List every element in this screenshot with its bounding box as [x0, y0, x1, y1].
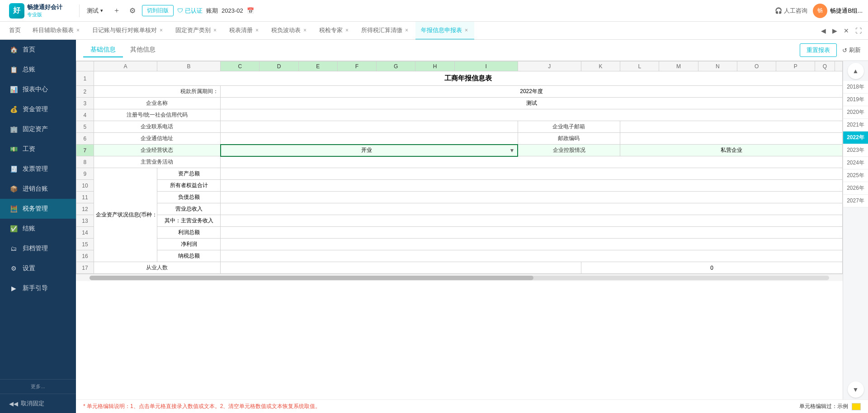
cell-4-label[interactable]: 注册号/统一社会信用代码	[94, 109, 220, 121]
dropdown-arrow-icon[interactable]: ▼	[509, 147, 514, 154]
year-item-2019[interactable]: 2019年	[843, 94, 868, 106]
sheet-main[interactable]: A B C D E F G H I J K L	[76, 61, 843, 399]
col-header-P[interactable]: P	[776, 61, 815, 71]
scrollbar-track[interactable]	[90, 276, 829, 280]
tab-close-current-button[interactable]: ✕	[841, 25, 852, 36]
cell-17-label[interactable]: 从业人数	[94, 262, 220, 274]
cell-9-value[interactable]	[221, 168, 843, 180]
tab-annual-report-close[interactable]: ×	[464, 27, 469, 33]
year-item-2025[interactable]: 2025年	[843, 169, 868, 182]
tab-next-button[interactable]: ▶	[830, 25, 840, 36]
tab-prev-button[interactable]: ◀	[818, 25, 829, 36]
cell-12-value[interactable]	[221, 203, 843, 215]
cell-16-value[interactable]	[221, 250, 843, 262]
cell-17-left-value[interactable]	[221, 262, 581, 274]
sidebar-item-ledger[interactable]: 📋 总账	[0, 60, 76, 80]
tab-tax-fluctuation-close[interactable]: ×	[302, 27, 307, 33]
cell-7-label[interactable]: 企业经营状态	[94, 145, 220, 156]
col-header-L[interactable]: L	[620, 61, 659, 71]
col-header-A[interactable]: A	[94, 61, 157, 71]
logo-area[interactable]: 好 畅捷通好会计 专业版	[5, 3, 75, 19]
cell-7-extra-value[interactable]: 私营企业	[620, 145, 843, 156]
user-area[interactable]: 畅 畅捷通B组...	[813, 4, 863, 18]
tab-annual-report[interactable]: 年报信息申报表 ×	[415, 22, 474, 40]
col-header-F[interactable]: F	[337, 61, 376, 71]
cell-16-label[interactable]: 纳税总额	[157, 250, 220, 262]
sidebar-item-payroll[interactable]: 💵 工资	[0, 139, 76, 159]
tab-tax-audit-close[interactable]: ×	[344, 27, 349, 33]
year-item-2027[interactable]: 2027年	[843, 195, 868, 207]
col-header-Q[interactable]: Q	[815, 61, 835, 71]
cell-13-value[interactable]	[221, 215, 843, 227]
col-header-J[interactable]: J	[518, 61, 581, 71]
year-item-2026[interactable]: 2026年	[843, 182, 868, 195]
year-down-button[interactable]: ▼	[848, 381, 864, 398]
workspace-selector[interactable]: 测试 ▾	[83, 5, 107, 17]
col-header-O[interactable]: O	[737, 61, 776, 71]
sidebar-item-funds[interactable]: 💰 资金管理	[0, 99, 76, 119]
tab-home[interactable]: 首页	[4, 22, 26, 40]
sidebar-item-guide[interactable]: ▶ 新手引导	[0, 278, 76, 298]
horizontal-scrollbar[interactable]	[76, 274, 843, 281]
cell-14-value[interactable]	[221, 227, 843, 239]
cancel-fixed-button[interactable]: ◀◀ 取消固定	[0, 394, 76, 413]
tab-tax-fluctuation[interactable]: 税负波动表 ×	[266, 22, 313, 40]
cell-2-value[interactable]: 2022年度	[221, 86, 843, 98]
col-header-H[interactable]: H	[415, 61, 454, 71]
tab-fixed-assets[interactable]: 固定资产类别 ×	[170, 22, 223, 40]
reset-report-button[interactable]: 重置报表	[800, 43, 837, 57]
sidebar-item-purchase-sales[interactable]: 📦 进销台账	[0, 179, 76, 199]
tab-auxiliary[interactable]: 科目辅助余额表 ×	[27, 22, 86, 40]
tab-auxiliary-close[interactable]: ×	[75, 27, 80, 33]
year-item-2020[interactable]: 2020年	[843, 106, 868, 119]
cell-9-label[interactable]: 资产总额	[157, 168, 220, 180]
col-header-E[interactable]: E	[298, 61, 337, 71]
cell-2-label[interactable]: 税款所属期间：	[94, 86, 220, 98]
col-header-C[interactable]: C	[221, 61, 259, 71]
tab-income-tax[interactable]: 所得税汇算清缴 ×	[356, 22, 415, 40]
year-up-button[interactable]: ▲	[848, 63, 864, 79]
cell-8-value[interactable]	[221, 156, 843, 168]
tab-income-tax-close[interactable]: ×	[404, 27, 409, 33]
cell-15-value[interactable]	[221, 239, 843, 250]
col-header-N[interactable]: N	[698, 61, 737, 71]
settings-icon[interactable]: ⚙	[127, 5, 138, 17]
cell-10-label[interactable]: 所有者权益合计	[157, 180, 220, 192]
sidebar-item-reports[interactable]: 📊 报表中心	[0, 80, 76, 99]
cell-5-extra-value[interactable]	[620, 121, 843, 133]
service-button[interactable]: 🎧 人工咨询	[775, 7, 807, 15]
cell-11-label[interactable]: 负债总额	[157, 192, 220, 203]
refresh-button[interactable]: ↺ 刷新	[842, 46, 861, 54]
tab-expand-button[interactable]: ⛶	[853, 25, 864, 36]
year-item-2023[interactable]: 2023年	[843, 144, 868, 157]
col-header-I[interactable]: I	[454, 61, 518, 71]
cell-6-extra-value[interactable]	[620, 133, 843, 145]
sidebar-item-close[interactable]: ✅ 结账	[0, 219, 76, 239]
sidebar-item-archive[interactable]: 🗂 归档管理	[0, 239, 76, 258]
tab-journal[interactable]: 日记账与银行对账单核对 ×	[87, 22, 169, 40]
year-item-2018[interactable]: 2018年	[843, 81, 868, 94]
cell-3-value[interactable]: 测试	[221, 98, 843, 109]
tab-fixed-assets-close[interactable]: ×	[212, 27, 217, 33]
col-header-B[interactable]: B	[157, 61, 220, 71]
tab-journal-close[interactable]: ×	[159, 27, 164, 33]
sidebar-item-tax[interactable]: 🧮 税务管理	[0, 199, 76, 219]
sidebar-item-fixed-assets[interactable]: 🏢 固定资产	[0, 119, 76, 139]
period-area[interactable]: 账期 2023-02 📅	[206, 7, 254, 15]
cell-17-right-value[interactable]: 0	[581, 262, 842, 274]
calendar-icon[interactable]: 📅	[247, 7, 254, 14]
cell-7-dropdown[interactable]: 开业 ▼	[221, 145, 518, 156]
cell-title[interactable]: 工商年报信息表	[94, 71, 842, 86]
col-header-K[interactable]: K	[581, 61, 620, 71]
cell-3-label[interactable]: 企业名称	[94, 98, 220, 109]
sub-tab-other[interactable]: 其他信息	[123, 43, 163, 57]
cell-5-value[interactable]	[221, 121, 518, 133]
tab-tax-list[interactable]: 税表清册 ×	[224, 22, 265, 40]
cell-6-value[interactable]	[221, 133, 518, 145]
col-header-M[interactable]: M	[659, 61, 698, 71]
scrollbar-thumb[interactable]	[90, 276, 533, 280]
cell-15-label[interactable]: 净利润	[157, 239, 220, 250]
cell-4-value[interactable]	[221, 109, 843, 121]
cell-6-label[interactable]: 企业通信地址	[94, 133, 220, 145]
tab-tax-audit[interactable]: 税检专家 ×	[314, 22, 355, 40]
